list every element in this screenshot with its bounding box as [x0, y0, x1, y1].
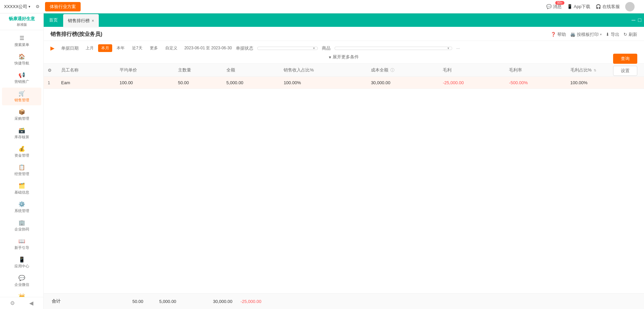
cell-quantity: 50.00	[174, 77, 222, 89]
sidebar-item-enterprise[interactable]: 🏢 企业协同	[2, 217, 41, 235]
template-print-label: 按模板打印	[577, 32, 599, 38]
sidebar-item-finance[interactable]: 💰 资金管理	[2, 143, 41, 161]
tab-sales-ranking-label: 销售排行榜	[68, 18, 90, 24]
company-name: XXXXX公司	[4, 4, 27, 10]
template-print-button[interactable]: 🖨️ 按模板打印 ▾	[570, 32, 602, 38]
table-footer: 合计 50.00 5,000.00 30,000.00 -25,000.00	[44, 293, 644, 309]
status-filter-select[interactable]: ▾	[257, 47, 318, 50]
query-settings-panel: 查询 设置	[613, 54, 637, 76]
table-row: 1 Eam 100.00 50.00 5,000.00 100.00% 30,0…	[44, 77, 644, 89]
export-label: 导出	[611, 32, 619, 38]
export-button[interactable]: ⬇ 导出	[606, 32, 619, 38]
col-settings[interactable]: ⚙	[44, 64, 57, 77]
print-icon: 🖨️	[570, 32, 575, 37]
page-title: 销售排行榜(按业务员)	[50, 31, 551, 38]
date-btn-7days[interactable]: 近7天	[129, 44, 145, 52]
tab-maximize-button[interactable]: □	[638, 17, 641, 23]
sidebar-collapse-button[interactable]: ◀	[29, 300, 33, 306]
date-btn-this-year[interactable]: 本年	[114, 44, 128, 52]
sidebar-item-basic-info[interactable]: 🗂️ 基础信息	[2, 180, 41, 198]
table-area: ⚙ 员工名称 平均单价 主数量 全额 销售收入占比% 成本全额 ⓘ 毛利	[44, 64, 644, 309]
tab-close-icon[interactable]: ×	[92, 18, 94, 23]
message-button[interactable]: 💬 消息 99+	[546, 4, 562, 10]
refresh-button[interactable]: ↻ 刷新	[624, 32, 637, 38]
sidebar-item-app-center[interactable]: 📱 应用中心	[2, 254, 41, 271]
sidebar-item-guide[interactable]: 📖 新手引导	[2, 235, 41, 253]
sidebar-settings-button[interactable]: ⚙	[10, 300, 15, 306]
page-actions: ❓ 帮助 🖨️ 按模板打印 ▾ ⬇ 导出 ↻ 刷新	[551, 32, 637, 38]
footer-cost-amount: 30,000.00	[209, 297, 237, 306]
profit-pct-sort-icon[interactable]: ⇅	[594, 68, 596, 72]
date-filter-label: 单据日期	[61, 45, 79, 51]
tab-minimize-button[interactable]: ─	[632, 17, 635, 23]
company-selector[interactable]: XXXXX公司 ▾	[4, 4, 30, 10]
expand-more-button[interactable]: ▾ 展开更多条件	[50, 54, 637, 60]
col-name: 员工名称	[57, 64, 116, 77]
settings-button[interactable]: 设置	[613, 66, 637, 76]
trial-button[interactable]: 体验行业方案	[45, 2, 81, 11]
date-btn-last-month[interactable]: 上月	[83, 44, 97, 52]
table-container[interactable]: ⚙ 员工名称 平均单价 主数量 全额 销售收入占比% 成本全额 ⓘ 毛利	[44, 64, 644, 293]
cell-amount: 5,000.00	[222, 77, 280, 89]
filter-more-options[interactable]: ···	[456, 46, 460, 51]
footer-spacer1	[75, 299, 101, 303]
goods-filter-label: 商品	[322, 45, 331, 51]
search-order-icon: ☰	[19, 35, 24, 41]
tab-sales-ranking[interactable]: 销售排行榜 ×	[63, 14, 99, 28]
sidebar-item-label: 快捷导航	[14, 61, 29, 66]
help-icon: ❓	[551, 32, 556, 37]
col-sales-pct: 销售收入占比%	[280, 64, 367, 77]
app-center-icon: 📱	[18, 256, 25, 263]
date-filter: 上月 本月 本年 近7天 更多 自定义 2023-06-01 至 2023-06…	[83, 44, 232, 52]
sidebar-item-wechat[interactable]: 💬 企业微信	[2, 272, 41, 290]
sidebar-item-label: 新手引导	[14, 245, 29, 250]
purchase-icon: 📦	[18, 109, 25, 115]
date-btn-custom[interactable]: 自定义	[162, 44, 180, 52]
basic-info-icon: 🗂️	[18, 183, 25, 189]
message-icon: 💬	[546, 4, 552, 9]
cost-amount-info-icon[interactable]: ⓘ	[390, 68, 394, 72]
help-button[interactable]: ❓ 帮助	[551, 32, 566, 38]
online-service-button[interactable]: 🎧 在线客服	[596, 4, 620, 10]
goods-filter-select[interactable]: ▾	[335, 47, 452, 50]
sidebar-item-label: 库存核算	[14, 135, 29, 140]
query-button[interactable]: 查询	[613, 54, 637, 64]
sidebar: 畅康通好生意 标准版 ☰ 搜索菜单 🏠 快捷导航 📢 营销推广 🛒 销售管理	[0, 13, 44, 309]
sidebar-item-purchase[interactable]: 📦 采购管理	[2, 106, 41, 124]
sidebar-item-label: 经营管理	[14, 171, 29, 176]
sidebar-item-search-order[interactable]: ☰ 搜索菜单	[2, 32, 41, 50]
gear-button[interactable]: ⚙	[33, 2, 42, 11]
date-btn-this-month[interactable]: 本月	[98, 44, 112, 52]
export-icon: ⬇	[606, 32, 609, 37]
sidebar-item-sales[interactable]: 🛒 销售管理	[2, 88, 41, 105]
expand-label: 展开更多条件	[333, 54, 359, 60]
col-profit-rate: 毛利率	[505, 64, 566, 77]
sidebar-item-quick-nav[interactable]: 🏠 快捷导航	[2, 51, 41, 68]
sidebar-item-label: 搜索菜单	[14, 42, 29, 47]
app-download-button[interactable]: 📱 App下载	[567, 4, 590, 10]
col-amount: 全额	[222, 64, 280, 77]
sidebar-item-system[interactable]: ⚙️ 系统管理	[2, 198, 41, 216]
sidebar-item-inventory[interactable]: 🗃️ 库存核算	[2, 124, 41, 142]
filter-expand-icon[interactable]: ▶	[50, 45, 54, 51]
sidebar-item-label: 基础信息	[14, 190, 29, 195]
avatar[interactable]	[625, 2, 635, 11]
sidebar-item-label: 应用中心	[14, 264, 29, 269]
sidebar-item-operations[interactable]: 📋 经营管理	[2, 161, 41, 179]
content-area: 首页 销售排行榜 × ─ □ 销售排行榜(按业务员) ❓ 帮助	[44, 13, 644, 309]
footer-label: 合计	[48, 296, 75, 306]
sidebar-item-label: 系统管理	[14, 208, 29, 213]
date-btn-more[interactable]: 更多	[147, 44, 161, 52]
inventory-icon: 🗃️	[18, 127, 25, 134]
sidebar-item-marketing[interactable]: 📢 营销推广	[2, 69, 41, 87]
wechat-icon: 💬	[18, 275, 25, 281]
col-profit: 毛利	[439, 64, 505, 77]
phone-icon: 📱	[567, 4, 572, 9]
refresh-icon: ↻	[624, 32, 627, 37]
goods-select-chevron: ▾	[447, 46, 449, 50]
tab-home[interactable]: 首页	[44, 13, 63, 27]
tab-bar: 首页 销售排行榜 × ─ □	[44, 13, 644, 27]
footer-quantity: 50.00	[128, 297, 155, 306]
sidebar-item-member[interactable]: 👑 畅会员	[2, 291, 41, 297]
logo: 畅康通好生意 标准版	[9, 16, 35, 28]
